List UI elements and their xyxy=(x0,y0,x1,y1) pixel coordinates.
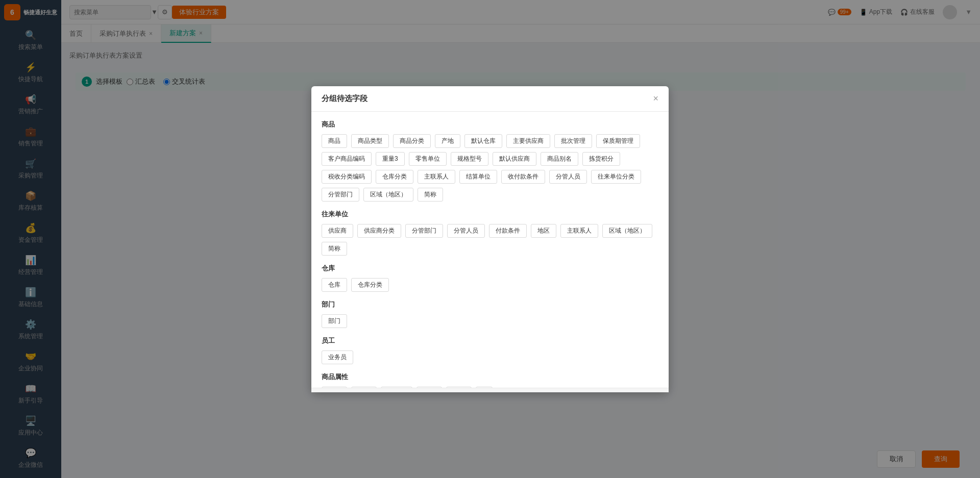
field-tag-employee-0[interactable]: 业务员 xyxy=(322,350,353,364)
field-tag-warehouse-1[interactable]: 仓库分类 xyxy=(351,278,389,292)
modal-title: 分组待选字段 xyxy=(322,94,368,104)
field-tag-partner-5[interactable]: 地区 xyxy=(531,224,556,238)
field-tag-goods-4[interactable]: 默认仓库 xyxy=(464,134,502,148)
field-tag-partner-2[interactable]: 分管部门 xyxy=(405,224,443,238)
modal-dialog: 分组待选字段 × 商品商品商品类型商品分类产地默认仓库主要供应商批次管理保质期管… xyxy=(311,86,669,392)
modal-header: 分组待选字段 × xyxy=(311,86,669,112)
field-tag-warehouse-0[interactable]: 仓库 xyxy=(322,278,347,292)
modal-close-button[interactable]: × xyxy=(653,93,658,104)
field-tag-goods-21[interactable]: 往来单位分类 xyxy=(591,170,641,184)
field-tag-partner-0[interactable]: 供应商 xyxy=(322,224,353,238)
field-tags-partner: 供应商供应商分类分管部门分管人员付款条件地区主联系人区域（地区）简称 xyxy=(322,224,658,256)
field-tag-goods-17[interactable]: 主联系人 xyxy=(418,170,455,184)
field-tag-goods-16[interactable]: 仓库分类 xyxy=(376,170,413,184)
field-tag-goods-9[interactable]: 重量3 xyxy=(376,152,405,166)
section-label-partner: 往来单位 xyxy=(322,210,658,219)
field-tag-goods-18[interactable]: 结算单位 xyxy=(459,170,497,184)
field-tag-goods-0[interactable]: 商品 xyxy=(322,134,347,148)
field-tag-goods-5[interactable]: 主要供应商 xyxy=(506,134,550,148)
modal-body: 商品商品商品类型商品分类产地默认仓库主要供应商批次管理保质期管理客户商品编码重量… xyxy=(311,112,669,388)
section-label-employee: 员工 xyxy=(322,336,658,345)
section-goods_attr: 商品属性属性颜色多规格尺码鞋码1 xyxy=(322,372,658,388)
field-tag-goods-2[interactable]: 商品分类 xyxy=(393,134,431,148)
field-tag-partner-6[interactable]: 主联系人 xyxy=(560,224,598,238)
section-partner: 往来单位供应商供应商分类分管部门分管人员付款条件地区主联系人区域（地区）简称 xyxy=(322,210,658,256)
field-tags-employee: 业务员 xyxy=(322,350,658,364)
field-tag-partner-7[interactable]: 区域（地区） xyxy=(602,224,652,238)
section-department: 部门部门 xyxy=(322,300,658,328)
field-tag-goods-15[interactable]: 税收分类编码 xyxy=(322,170,372,184)
field-tag-goods-13[interactable]: 商品别名 xyxy=(541,152,578,166)
field-tag-goods-14[interactable]: 拣货积分 xyxy=(582,152,620,166)
section-label-goods_attr: 商品属性 xyxy=(322,372,658,382)
modal-overlay: 分组待选字段 × 商品商品商品类型商品分类产地默认仓库主要供应商批次管理保质期管… xyxy=(0,0,980,478)
field-tag-goods-7[interactable]: 保质期管理 xyxy=(596,134,640,148)
field-tag-partner-1[interactable]: 供应商分类 xyxy=(357,224,401,238)
field-tag-goods-3[interactable]: 产地 xyxy=(435,134,460,148)
field-tag-goods-23[interactable]: 区域（地区） xyxy=(363,188,413,202)
field-tag-goods-24[interactable]: 简称 xyxy=(418,188,443,202)
section-goods: 商品商品商品类型商品分类产地默认仓库主要供应商批次管理保质期管理客户商品编码重量… xyxy=(322,120,658,202)
section-label-goods: 商品 xyxy=(322,120,658,129)
field-tag-partner-8[interactable]: 简称 xyxy=(322,242,347,256)
field-tag-goods-8[interactable]: 客户商品编码 xyxy=(322,152,372,166)
field-tag-goods-12[interactable]: 默认供应商 xyxy=(493,152,536,166)
field-tag-goods-10[interactable]: 零售单位 xyxy=(409,152,447,166)
field-tag-department-0[interactable]: 部门 xyxy=(322,314,347,328)
section-warehouse: 仓库仓库仓库分类 xyxy=(322,264,658,292)
field-tag-goods-19[interactable]: 收付款条件 xyxy=(501,170,545,184)
field-tag-goods-22[interactable]: 分管部门 xyxy=(322,188,359,202)
field-tag-goods-1[interactable]: 商品类型 xyxy=(351,134,389,148)
field-tags-goods: 商品商品类型商品分类产地默认仓库主要供应商批次管理保质期管理客户商品编码重量3零… xyxy=(322,134,658,202)
field-tag-goods-20[interactable]: 分管人员 xyxy=(549,170,587,184)
field-tag-partner-3[interactable]: 分管人员 xyxy=(447,224,485,238)
section-label-department: 部门 xyxy=(322,300,658,309)
field-tag-partner-4[interactable]: 付款条件 xyxy=(489,224,527,238)
section-employee: 员工业务员 xyxy=(322,336,658,364)
field-tag-goods-11[interactable]: 规格型号 xyxy=(451,152,488,166)
field-tag-goods-6[interactable]: 批次管理 xyxy=(554,134,592,148)
field-tags-warehouse: 仓库仓库分类 xyxy=(322,278,658,292)
modal-horizontal-scrollbar[interactable] xyxy=(311,388,669,392)
field-tags-department: 部门 xyxy=(322,314,658,328)
section-label-warehouse: 仓库 xyxy=(322,264,658,273)
